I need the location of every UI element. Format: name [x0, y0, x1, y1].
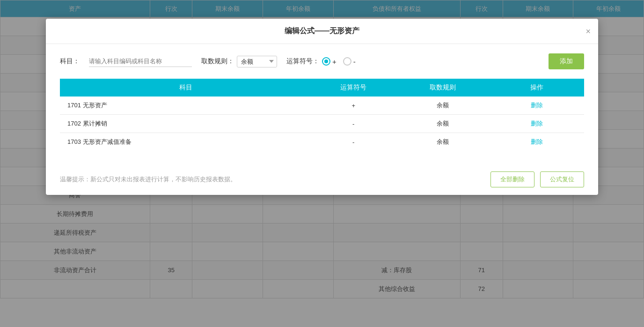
delete-link-2[interactable]: 删除 — [531, 138, 543, 145]
th-rule: 取数规则 — [395, 79, 490, 97]
data-cell-subject-0: 1701 无形资产 — [60, 97, 312, 115]
data-cell-action-2: 删除 — [490, 133, 584, 151]
data-cell-subject-2: 1703 无形资产减值准备 — [60, 133, 312, 151]
table-row: 1701 无形资产+余额删除 — [60, 97, 584, 115]
modal-footer: 温馨提示：新公式只对未出报表进行计算，不影响历史报表数据。 全部删除 公式复位 — [46, 166, 598, 195]
table-row: 1702 累计摊销-余额删除 — [60, 115, 584, 133]
add-button[interactable]: 添加 — [549, 53, 584, 69]
data-cell-rule-2: 余额 — [395, 133, 490, 151]
radio-plus[interactable]: + — [322, 57, 337, 66]
data-cell-action-1: 删除 — [490, 115, 584, 133]
data-cell-op-2: - — [312, 133, 395, 151]
rule-select[interactable]: 余额 借方 贷方 借方累计 贷方累计 — [237, 56, 277, 67]
delete-all-button[interactable]: 全部删除 — [490, 171, 534, 187]
subject-label: 科目： — [60, 57, 80, 66]
modal-dialog: 编辑公式——无形资产 × 科目： 取数规则： 余额 借方 贷方 借方累计 贷方累… — [46, 19, 598, 195]
delete-link-0[interactable]: 删除 — [531, 102, 543, 109]
table-header-row: 科目 运算符号 取数规则 操作 — [60, 79, 584, 97]
radio-plus-label: + — [332, 58, 337, 66]
modal-body: 科目： 取数规则： 余额 借方 贷方 借方累计 贷方累计 运算符号： — [46, 44, 598, 166]
th-subject: 科目 — [60, 79, 312, 97]
footer-buttons: 全部删除 公式复位 — [490, 171, 584, 187]
data-cell-rule-1: 余额 — [395, 115, 490, 133]
data-cell-op-0: + — [312, 97, 395, 115]
operator-label: 运算符号： — [286, 57, 319, 66]
rule-group: 取数规则： 余额 借方 贷方 借方累计 贷方累计 — [201, 56, 277, 67]
data-table: 科目 运算符号 取数规则 操作 1701 无形资产+余额删除1702 累计摊销-… — [60, 79, 584, 151]
operator-group: 运算符号： + - — [286, 57, 356, 66]
modal-title: 编辑公式——无形资产 — [285, 27, 359, 35]
table-row: 1703 无形资产减值准备-余额删除 — [60, 133, 584, 151]
subject-input[interactable] — [89, 56, 192, 67]
reset-button[interactable]: 公式复位 — [540, 171, 584, 187]
th-action: 操作 — [490, 79, 584, 97]
form-row: 科目： 取数规则： 余额 借方 贷方 借方累计 贷方累计 运算符号： — [60, 53, 584, 69]
radio-group: + - — [322, 57, 356, 66]
modal-close-button[interactable]: × — [585, 27, 591, 36]
rule-label: 取数规则： — [201, 57, 234, 66]
data-cell-action-0: 删除 — [490, 97, 584, 115]
modal-overlay: 编辑公式——无形资产 × 科目： 取数规则： 余额 借方 贷方 借方累计 贷方累… — [0, 0, 644, 327]
data-cell-rule-0: 余额 — [395, 97, 490, 115]
th-operator: 运算符号 — [312, 79, 395, 97]
data-cell-subject-1: 1702 累计摊销 — [60, 115, 312, 133]
warning-text: 温馨提示：新公式只对未出报表进行计算，不影响历史报表数据。 — [60, 175, 236, 184]
data-cell-op-1: - — [312, 115, 395, 133]
delete-link-1[interactable]: 删除 — [531, 120, 543, 127]
radio-minus[interactable]: - — [343, 57, 356, 66]
modal-header: 编辑公式——无形资产 × — [46, 19, 598, 44]
radio-minus-label: - — [353, 58, 356, 66]
radio-minus-circle — [343, 57, 351, 66]
radio-plus-circle — [322, 57, 330, 66]
